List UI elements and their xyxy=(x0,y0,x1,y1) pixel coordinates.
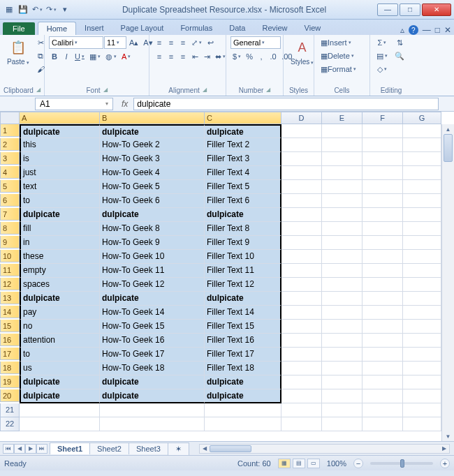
cell[interactable]: dulpicate xyxy=(20,292,100,306)
cell[interactable]: How-To Geek 6 xyxy=(100,194,205,208)
cell[interactable]: these xyxy=(20,250,100,264)
undo-icon[interactable]: ↶ xyxy=(31,3,43,16)
increase-font-icon[interactable]: A▴ xyxy=(127,36,140,49)
cell[interactable]: dulpicate xyxy=(100,292,205,306)
row-header[interactable]: 22 xyxy=(0,417,20,431)
cell[interactable] xyxy=(363,375,403,389)
cell[interactable] xyxy=(322,362,363,375)
cell[interactable] xyxy=(403,334,441,348)
cell[interactable] xyxy=(322,152,363,166)
cell[interactable]: dulpicate xyxy=(205,375,281,389)
row-header[interactable]: 21 xyxy=(0,403,20,417)
cell[interactable] xyxy=(100,403,205,417)
cell[interactable] xyxy=(403,194,441,208)
cell[interactable] xyxy=(363,138,403,152)
cell[interactable]: Filler Text 15 xyxy=(205,320,281,334)
cell[interactable] xyxy=(403,417,441,431)
cell[interactable]: to xyxy=(20,348,100,362)
cell[interactable] xyxy=(403,264,441,278)
dialog-launcher-icon[interactable]: ◢ xyxy=(36,87,41,94)
cell[interactable]: dulpicate xyxy=(100,208,205,222)
cell[interactable] xyxy=(363,417,403,431)
cell[interactable] xyxy=(281,236,322,250)
cell[interactable]: How-To Geek 14 xyxy=(100,306,205,320)
row-header[interactable]: 3 xyxy=(0,152,20,165)
maximize-button[interactable]: □ xyxy=(400,3,420,16)
cell[interactable] xyxy=(281,194,322,208)
cell[interactable]: How-To Geek 4 xyxy=(100,166,205,180)
cell[interactable] xyxy=(322,292,363,306)
name-box[interactable]: A1 xyxy=(35,98,113,110)
fill-button[interactable]: ▤ xyxy=(374,50,390,62)
cell[interactable] xyxy=(363,403,403,417)
cell[interactable]: dulpicate xyxy=(100,389,205,403)
cell[interactable] xyxy=(281,208,322,222)
zoom-thumb[interactable] xyxy=(400,459,404,468)
cell[interactable] xyxy=(322,417,363,431)
tab-page-layout[interactable]: Page Layout xyxy=(112,22,173,35)
cell[interactable] xyxy=(403,320,441,334)
cell[interactable] xyxy=(322,348,363,362)
cell[interactable] xyxy=(403,166,441,180)
cell[interactable] xyxy=(322,264,363,278)
cell[interactable] xyxy=(403,278,441,292)
tab-data[interactable]: Data xyxy=(221,22,254,35)
row-header[interactable]: 19 xyxy=(0,375,20,388)
decrease-indent-icon[interactable]: ⇤ xyxy=(189,50,200,63)
row-header[interactable]: 5 xyxy=(0,180,20,193)
cell[interactable] xyxy=(363,194,403,208)
orientation-icon[interactable]: ⤢ xyxy=(189,36,204,49)
cell[interactable] xyxy=(403,236,441,250)
cell[interactable]: Filler Text 11 xyxy=(205,264,281,278)
clear-button[interactable]: ◇ xyxy=(374,63,390,75)
cell[interactable] xyxy=(322,278,363,292)
cell[interactable] xyxy=(363,334,403,348)
cell[interactable] xyxy=(403,180,441,194)
dialog-launcher-icon[interactable]: ◢ xyxy=(266,87,270,94)
cell[interactable]: spaces xyxy=(20,278,100,292)
cell[interactable] xyxy=(363,166,403,180)
cell[interactable]: empty xyxy=(20,264,100,278)
cell[interactable]: Filler Text 18 xyxy=(205,362,281,375)
minimize-button[interactable]: — xyxy=(377,3,398,16)
column-header[interactable]: E xyxy=(322,112,363,124)
cell[interactable] xyxy=(281,348,322,362)
row-header[interactable]: 9 xyxy=(0,236,20,248)
horizontal-scrollbar[interactable]: ◀ ▶ xyxy=(199,444,450,454)
cell[interactable] xyxy=(363,236,403,250)
cell[interactable] xyxy=(403,306,441,320)
cell[interactable]: dulpicate xyxy=(205,389,281,403)
cell[interactable] xyxy=(20,417,100,431)
align-left-icon[interactable]: ≡ xyxy=(154,50,165,63)
cell[interactable] xyxy=(281,292,322,306)
column-header[interactable]: B xyxy=(100,112,205,124)
cell[interactable]: dulpicate xyxy=(20,375,100,389)
normal-view-icon[interactable]: ▦ xyxy=(278,459,291,468)
column-header[interactable]: D xyxy=(281,112,322,124)
delete-button[interactable]: ▦ Delete xyxy=(318,50,356,62)
cell[interactable] xyxy=(403,222,441,236)
column-header[interactable]: G xyxy=(403,112,441,124)
cell[interactable]: fill xyxy=(20,222,100,236)
cell[interactable]: How-To Geek 3 xyxy=(100,152,205,166)
cell[interactable] xyxy=(322,250,363,264)
scroll-left-icon[interactable]: ◀ xyxy=(200,445,210,453)
cell[interactable]: dulpicate xyxy=(205,208,281,222)
cell[interactable]: How-To Geek 10 xyxy=(100,250,205,264)
row-header[interactable]: 4 xyxy=(0,166,20,179)
border-icon[interactable]: ▦ xyxy=(87,50,103,63)
wrap-text-icon[interactable]: ↩ xyxy=(205,36,216,49)
zoom-out-button[interactable]: − xyxy=(353,459,363,468)
cell[interactable] xyxy=(363,250,403,264)
new-sheet-button[interactable]: ✶ xyxy=(168,442,189,455)
cell[interactable] xyxy=(363,264,403,278)
cell[interactable] xyxy=(100,417,205,431)
cell[interactable] xyxy=(281,389,322,403)
row-header[interactable]: 14 xyxy=(0,306,20,318)
cell[interactable] xyxy=(281,222,322,236)
cell[interactable] xyxy=(322,180,363,194)
cell[interactable] xyxy=(322,375,363,389)
styles-button[interactable]: AStyles xyxy=(288,36,316,67)
minimize-ribbon-icon[interactable]: ▵ xyxy=(400,25,404,35)
cell[interactable]: dulpicate xyxy=(20,389,100,403)
